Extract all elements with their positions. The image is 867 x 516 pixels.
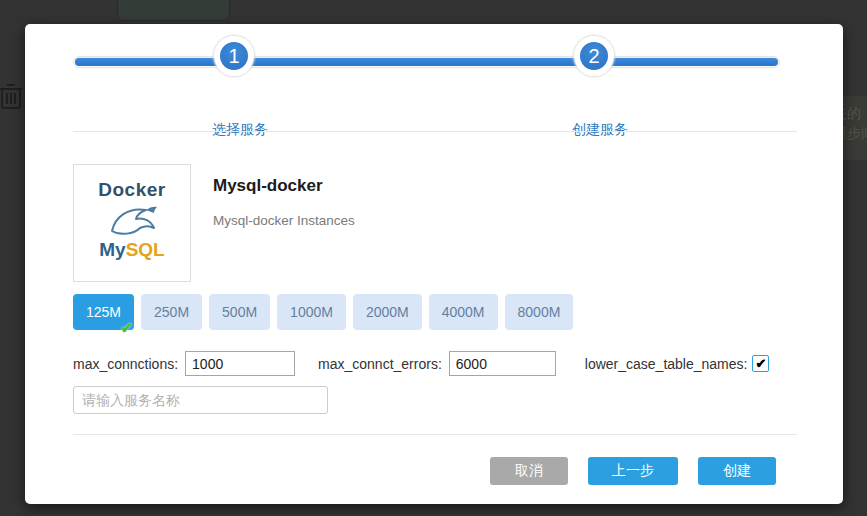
previous-step-button[interactable]: 上一步 bbox=[588, 457, 678, 485]
step-1-label: 选择服务 bbox=[180, 121, 300, 139]
service-name-input[interactable] bbox=[73, 386, 328, 414]
lower-case-table-names-label: lower_case_table_names: bbox=[585, 356, 748, 372]
memory-option-1000m[interactable]: 1000M bbox=[277, 294, 346, 330]
background-clipped-text: 失的 同步间 bbox=[841, 103, 867, 161]
service-title: Mysql-docker bbox=[213, 176, 323, 196]
trash-icon bbox=[0, 82, 22, 110]
service-logo-card: Docker MySQL bbox=[73, 164, 191, 282]
stepper-progress-bar bbox=[75, 58, 778, 66]
memory-option-125m[interactable]: 125M ✔ bbox=[73, 294, 134, 330]
step-1-circle[interactable]: 1 bbox=[214, 36, 254, 76]
max-connect-errors-input[interactable] bbox=[449, 351, 556, 376]
max-connections-input[interactable] bbox=[185, 351, 295, 376]
config-form-row: max_connctions: max_connct_errors: lower… bbox=[73, 350, 769, 377]
lower-case-table-names-checkbox[interactable]: ✔ bbox=[752, 355, 769, 372]
memory-option-2000m[interactable]: 2000M bbox=[353, 294, 422, 330]
dialog-footer: 取消 上一步 创建 bbox=[490, 457, 776, 485]
step-2-circle[interactable]: 2 bbox=[574, 36, 614, 76]
max-connections-label: max_connctions: bbox=[73, 356, 178, 372]
memory-option-250m[interactable]: 250M bbox=[141, 294, 202, 330]
memory-option-8000m[interactable]: 8000M bbox=[505, 294, 574, 330]
create-button[interactable]: 创建 bbox=[698, 457, 776, 485]
memory-option-4000m[interactable]: 4000M bbox=[429, 294, 498, 330]
selected-check-icon: ✔ bbox=[120, 319, 133, 337]
mysql-wordmark-my: My bbox=[99, 239, 125, 260]
footer-divider bbox=[73, 434, 797, 435]
memory-option-500m[interactable]: 500M bbox=[209, 294, 270, 330]
memory-option-label: 125M bbox=[86, 304, 121, 320]
background-button-shape bbox=[117, 0, 230, 21]
max-connect-errors-label: max_connct_errors: bbox=[318, 356, 442, 372]
cancel-button[interactable]: 取消 bbox=[490, 457, 568, 485]
create-service-dialog: 1 2 选择服务 创建服务 Docker MySQL Mysql-docker … bbox=[25, 24, 843, 504]
mysql-wordmark-sql: SQL bbox=[126, 239, 165, 260]
mysql-dolphin-icon bbox=[106, 203, 158, 237]
memory-options-row: 125M ✔ 250M 500M 1000M 2000M 4000M 8000M bbox=[73, 294, 573, 330]
step-2-label: 创建服务 bbox=[540, 121, 660, 139]
service-subtitle: Mysql-docker Instances bbox=[213, 213, 355, 228]
docker-wordmark: Docker bbox=[74, 179, 190, 201]
mysql-wordmark: MySQL bbox=[74, 239, 190, 261]
stepper-track bbox=[73, 56, 780, 68]
header-divider bbox=[73, 131, 797, 132]
